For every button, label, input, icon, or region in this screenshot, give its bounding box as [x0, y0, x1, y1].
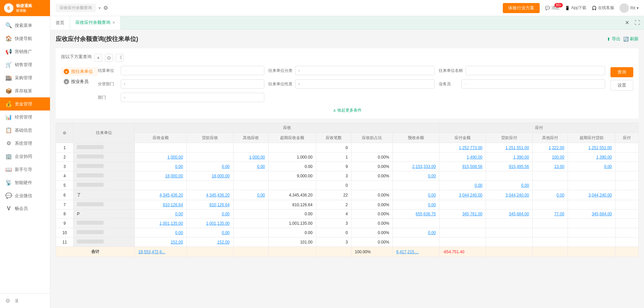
back-scheme-button[interactable]: 《 [116, 54, 124, 62]
collapse-sidebar-icon[interactable]: ⏸ [14, 298, 19, 304]
sub-dept-input[interactable]: ▾ [121, 93, 264, 102]
field-unit-nature: 往来单位性质 ▾ [268, 79, 435, 89]
export-button[interactable]: ⬆ 导出 [607, 36, 621, 42]
query-actions: 查询 设置 [610, 66, 633, 103]
data-table: ⚙ 往来单位 应收 应付 应收金额 贷款应收 其他应收 超期应收金额 应收笔数 … [56, 123, 639, 257]
table-row: 101,252,773.001,251,551.001,222.001,251,… [56, 143, 639, 152]
field-dept: 分管部门 ▾ [98, 79, 264, 89]
scheme-by-unit[interactable]: ● 按往来单位 [61, 67, 98, 76]
footer-rec-ratio: 100.00% [351, 247, 393, 257]
tab-receivable-query[interactable]: 应收应付余额查询 × [70, 16, 121, 30]
table-row: 30.000.000.000.0090.00%2,153,333.00915,5… [56, 162, 639, 171]
setting-button[interactable]: 设置 [610, 80, 633, 91]
sidebar-item-wechat[interactable]: 💬 企业微信 [0, 189, 50, 202]
collapse-up-icon: ∧ [333, 108, 336, 113]
sidebar-item-marketing[interactable]: 📢 营销推广 [0, 45, 50, 58]
footer-label: 合计 [56, 247, 135, 257]
collapse-button[interactable]: ∧ 收起更多条件 [333, 107, 362, 113]
unit-name-cell: P [73, 210, 135, 219]
close-window-icon[interactable]: ✕ [624, 18, 631, 27]
finance-icon: 💰 [5, 101, 12, 107]
sales-icon: 🛒 [5, 61, 12, 68]
sidebar-item-purchase[interactable]: 🏬 采购管理 [0, 71, 50, 84]
logo-text: 畅捷通账 标准版 [16, 3, 32, 13]
guide-icon: 📖 [5, 166, 12, 173]
settlement-unit-input[interactable]: ··· [121, 66, 264, 75]
expand-window-icon[interactable]: ⛶ [633, 18, 641, 27]
query-fields-area: 结算单位 ··· 往来单位分类 ▾ 往来单位名称 [98, 66, 605, 103]
quick-nav-icon: 🏠 [5, 35, 12, 42]
settings-footer-icon[interactable]: ⚙ [5, 298, 10, 304]
sidebar-item-member[interactable]: V 畅会员 [0, 202, 50, 215]
sidebar-item-basic-info[interactable]: 📋 基础信息 [0, 124, 50, 137]
sidebar-item-enterprise[interactable]: 🏢 企业协同 [0, 150, 50, 163]
message-icon-item[interactable]: 💬 消息 99+ [545, 5, 559, 11]
app-download-item[interactable]: 📱 App下载 [565, 5, 586, 11]
th-payable-group: 应付 [439, 123, 639, 133]
th-rec-count: 应收笔数 [316, 133, 351, 143]
service-icon: 🎧 [592, 6, 597, 10]
unit-name-cell [73, 200, 135, 210]
tab-close-icon[interactable]: × [112, 20, 115, 25]
data-table-container: ⚙ 往来单位 应收 应付 应收金额 贷款应收 其他应收 超期应收金额 应收笔数 … [56, 123, 639, 257]
message-icon: 💬 [545, 6, 550, 10]
user-dropdown-icon: ▾ [637, 6, 639, 10]
enterprise-icon: 🏢 [5, 153, 12, 160]
scheme-dot-gray: ● [64, 79, 69, 84]
sidebar-item-operations[interactable]: 📊 经营管理 [0, 111, 50, 124]
sidebar: 6 畅捷通账 标准版 🔍 搜索菜单 🏠 快捷导航 📢 营销推广 🛒 销售管理 🏬… [0, 0, 50, 308]
table-body: 101,252,773.001,251,551.001,222.001,251,… [56, 143, 639, 247]
sidebar-item-smart-hw[interactable]: 📡 智能硬件 [0, 176, 50, 189]
sidebar-item-sales[interactable]: 🛒 销售管理 [0, 58, 50, 71]
user-item[interactable]: Rit ▾ [620, 3, 639, 13]
sidebar-item-inventory[interactable]: 📦 库存核算 [0, 84, 50, 97]
query-button[interactable]: 查询 [610, 67, 633, 77]
search-menu-icon: 🔍 [5, 22, 12, 29]
th-pay-overdue: 超期应付贷款 [568, 133, 615, 143]
export-icon: ⬆ [607, 37, 610, 42]
topbar-settings-icon[interactable]: ⚙ [103, 5, 108, 11]
unit-name-input[interactable] [466, 66, 605, 75]
refresh-icon: 🔄 [623, 37, 629, 42]
online-service-item[interactable]: 🎧 在线客服 [592, 5, 614, 11]
dropdown-arrow-icon[interactable]: ▾ [99, 6, 101, 10]
edit-scheme-button[interactable]: ⊙ [105, 54, 113, 62]
th-receivable-group: 应收 [135, 123, 439, 133]
refresh-button[interactable]: 🔄 刷新 [623, 36, 639, 42]
th-settings[interactable]: ⚙ [56, 123, 73, 143]
page-header-actions: ⬆ 导出 🔄 刷新 [607, 36, 639, 42]
sidebar-item-finance[interactable]: 💰 资金管理 [0, 97, 50, 111]
sidebar-item-guide[interactable]: 📖 新手引导 [0, 163, 50, 176]
sidebar-item-system[interactable]: ⚙ 系统管理 [0, 137, 50, 150]
unit-name-cell [73, 162, 135, 171]
sidebar-item-quick-nav[interactable]: 🏠 快捷导航 [0, 32, 50, 45]
dept-input[interactable]: ▾ [121, 79, 264, 89]
th-rec-other: 其他应收 [233, 133, 268, 143]
page-title: 应收应付余额查询(按往来单位) [56, 35, 138, 43]
add-scheme-button[interactable]: + [94, 54, 102, 62]
field-sub-dept: 部门 ▾ [98, 93, 264, 102]
footer-pre-rec[interactable]: 6,417,215.... [393, 247, 439, 257]
logo-icon: 6 [4, 3, 13, 13]
unit-nature-input[interactable]: ▾ [295, 79, 435, 89]
query-body: ● 按往来单位 ● 按业务员 结算单位 ··· [61, 66, 633, 103]
query-icons: + ⊙ 《 [94, 54, 124, 62]
unit-name-cell [73, 219, 135, 228]
th-unit: 往来单位 [73, 123, 135, 143]
unit-name-cell [73, 237, 135, 247]
page-header: 应收应付余额查询(按往来单位) ⬆ 导出 🔄 刷新 [56, 35, 639, 43]
th-rec-ratio: 应收款占比 [351, 133, 393, 143]
unit-category-input[interactable]: ▾ [295, 66, 435, 75]
table-row: 21,000.001,000.001,000.0010.00%1,490.001… [56, 152, 639, 162]
salesperson-input[interactable]: ··· [462, 79, 605, 89]
tab-home[interactable]: 首页 [50, 16, 70, 30]
member-icon: V [5, 206, 12, 212]
sidebar-item-search[interactable]: 🔍 搜索菜单 [0, 19, 50, 32]
marketing-icon: 📢 [5, 48, 12, 55]
footer-rec-amt[interactable]: 19,553,472,6... [135, 247, 186, 257]
footer-pay-amt: -654,751.40 [439, 247, 486, 257]
scheme-by-staff[interactable]: ● 按业务员 [61, 77, 98, 86]
operations-icon: 📊 [5, 114, 12, 120]
solution-button[interactable]: 体验行业方案 [503, 3, 540, 13]
field-unit-category: 往来单位分类 ▾ [268, 66, 435, 75]
